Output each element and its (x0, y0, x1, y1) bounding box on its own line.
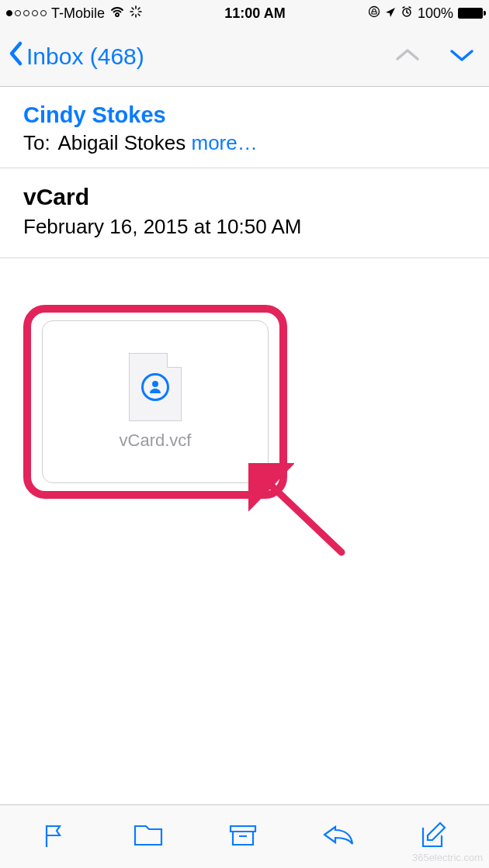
back-button[interactable]: Inbox (468) (8, 40, 144, 72)
sender-name[interactable]: Cindy Stokes (23, 102, 466, 128)
carrier-label: T-Mobile (51, 5, 105, 22)
subject-text: vCard (23, 184, 466, 210)
next-message-button[interactable] (449, 47, 475, 67)
message-date: February 16, 2015 at 10:50 AM (23, 215, 466, 239)
loading-icon (130, 5, 142, 22)
svg-line-10 (262, 477, 342, 552)
alarm-icon (401, 5, 413, 22)
svg-line-5 (138, 14, 140, 16)
watermark-text: 365electric.com (412, 852, 483, 863)
nav-message-arrows (394, 47, 475, 67)
more-recipients-button[interactable]: more… (191, 131, 257, 154)
location-icon (385, 5, 396, 22)
annotation-arrow-icon (248, 463, 357, 567)
orientation-lock-icon (368, 5, 380, 22)
recipient-line: To: Abigail Stokes more… (23, 131, 466, 155)
nav-bar: Inbox (468) (0, 26, 489, 87)
status-bar: T-Mobile 11:00 AM 100% (0, 0, 489, 26)
status-bar-left: T-Mobile (6, 5, 142, 22)
signal-strength-icon (6, 10, 47, 16)
status-bar-right: 100% (368, 5, 483, 22)
annotation-highlight: vCard.vcf (23, 305, 287, 499)
chevron-left-icon (8, 40, 23, 72)
svg-line-7 (138, 8, 140, 9)
subject-block: vCard February 16, 2015 at 10:50 AM (0, 168, 489, 258)
message-body: vCard.vcf (0, 258, 489, 755)
compose-button[interactable] (418, 820, 449, 854)
status-time: 11:00 AM (224, 5, 285, 22)
battery-percentage: 100% (418, 5, 453, 22)
recipient-name[interactable]: Abigail Stokes (57, 131, 186, 154)
svg-line-4 (132, 8, 134, 9)
previous-message-button[interactable] (394, 47, 421, 67)
wifi-icon (109, 5, 125, 22)
battery-icon (458, 8, 483, 19)
message-header: Cindy Stokes To: Abigail Stokes more… (0, 87, 489, 168)
attachment-filename: vCard.vcf (120, 431, 192, 451)
reply-button[interactable] (321, 821, 355, 853)
back-label: Inbox (468) (26, 43, 144, 70)
attachment-card[interactable]: vCard.vcf (42, 320, 269, 483)
contact-icon (141, 373, 169, 401)
flag-button[interactable] (40, 821, 69, 853)
to-label: To: (23, 131, 50, 154)
archive-button[interactable] (227, 821, 258, 853)
move-to-folder-button[interactable] (132, 821, 165, 853)
vcard-file-icon (129, 353, 182, 421)
svg-line-6 (132, 14, 134, 16)
